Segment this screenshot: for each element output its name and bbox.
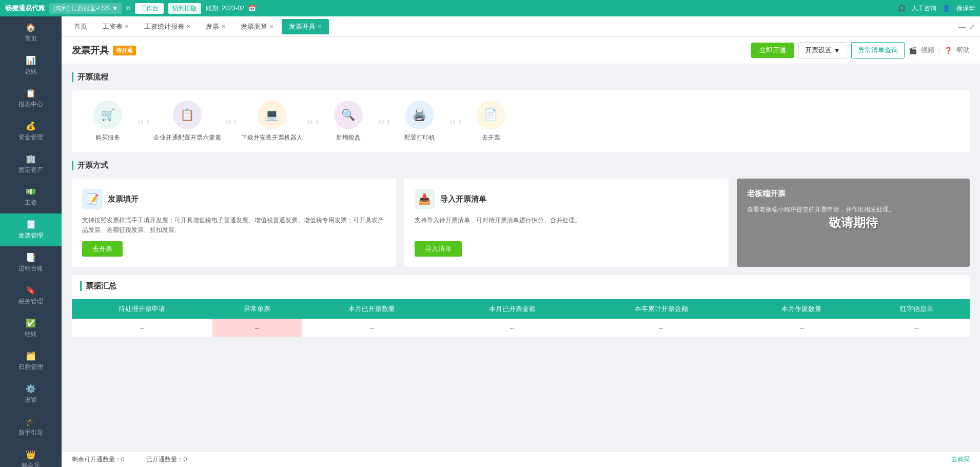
import-invoice-card: 📥 导入开票清单 支持导入待开票清单，可对待开票清单进行拆分、合并处理。 导入清… bbox=[404, 179, 729, 267]
payroll-icon: 💵 bbox=[26, 187, 36, 197]
arrow-icon: ›› › bbox=[449, 116, 461, 127]
top-bar: 畅捷通易代账 (勾到) 江西服宝-LSS ▼ ⧉ 工作台 切到旧版 账期 202… bbox=[0, 0, 980, 16]
sidebar-item-payroll[interactable]: 💵 工资 bbox=[0, 181, 62, 213]
archive-icon: 🗂️ bbox=[26, 351, 36, 361]
reports-icon: 📋 bbox=[26, 88, 36, 98]
checkout-icon: ✅ bbox=[26, 318, 36, 328]
col-header-2: 异常单票 bbox=[212, 299, 302, 319]
tab-label: 发票 bbox=[206, 22, 219, 31]
step-icon-1: 🛒 bbox=[93, 101, 122, 129]
settings-button[interactable]: 开票设置 ▼ bbox=[798, 42, 847, 59]
switch-version-button[interactable]: 切到旧版 bbox=[168, 3, 202, 14]
sidebar-item-purchase-sales[interactable]: 📑 进销台账 bbox=[0, 246, 62, 279]
assets-icon: 🏢 bbox=[26, 154, 36, 164]
manual-invoice-card: 📝 发票填开 支持按照发票样式手工填开发票；可开具增值税电子普通发票、增值税普通… bbox=[72, 179, 396, 267]
summary-title-wrap: 票据汇总 bbox=[72, 275, 970, 291]
user-service-label[interactable]: 人工咨询 bbox=[912, 4, 936, 13]
chevron-down-icon: ▼ bbox=[834, 47, 840, 54]
sidebar-item-label: 发票管理 bbox=[18, 231, 43, 240]
minimize-icon[interactable]: — bbox=[958, 23, 966, 31]
help-label[interactable]: 帮助 bbox=[956, 46, 970, 55]
billing-method-section: 开票方式 📝 发票填开 支持按照发票样式手工填开发票；可开具增值税电子普通发票、… bbox=[72, 161, 970, 267]
sidebar-item-label: 结账 bbox=[25, 330, 37, 339]
sidebar-item-guide[interactable]: 🎓 新手引导 bbox=[0, 411, 62, 443]
sidebar-item-home[interactable]: 🏠 首页 bbox=[0, 16, 62, 49]
summary-cell-2: -- bbox=[212, 319, 302, 337]
tab-invoice-calc[interactable]: 发票测算 ✕ bbox=[233, 19, 281, 34]
ledger-icon: 📊 bbox=[26, 55, 36, 65]
tab-invoice[interactable]: 发票 ✕ bbox=[199, 19, 232, 34]
workspace-button[interactable]: 工作台 bbox=[135, 3, 164, 14]
step-icon-6: 📄 bbox=[477, 101, 505, 129]
activate-button[interactable]: 立即开通 bbox=[751, 43, 794, 58]
sidebar-item-label: 报表中心 bbox=[18, 100, 43, 109]
tab-home[interactable]: 首页 bbox=[67, 19, 94, 34]
summary-cell-5: -- bbox=[582, 319, 740, 337]
tab-close-icon[interactable]: ✕ bbox=[318, 24, 322, 29]
settings-label: 开票设置 bbox=[805, 46, 832, 55]
tab-label: 首页 bbox=[74, 22, 87, 31]
tab-label: 发票开具 bbox=[289, 22, 316, 31]
calendar-icon[interactable]: 📅 bbox=[248, 5, 256, 12]
workflow-step-2: 📋 企业开通配置开票六要素 bbox=[153, 101, 221, 142]
tab-label: 工资统计报表 bbox=[144, 22, 184, 31]
sidebar-item-funds[interactable]: 💰 资金管理 bbox=[0, 115, 62, 148]
page-title: 发票开具 待开通 bbox=[72, 44, 136, 56]
app-logo: 畅捷通易代账 bbox=[5, 4, 45, 13]
page-content: 开票流程 🛒 购买服务 ›› › 📋 企业开通配置开票六要素 ›› › 💻 下载… bbox=[62, 64, 980, 452]
tab-label: 发票测算 bbox=[241, 22, 267, 31]
coming-soon-text: 敬请期待 bbox=[829, 215, 878, 231]
tab-close-icon[interactable]: ✕ bbox=[221, 24, 225, 29]
sidebar-item-tax[interactable]: 🔖 税务管理 bbox=[0, 279, 62, 312]
col-header-1: 待处理开票申请 bbox=[72, 299, 212, 319]
tab-close-icon[interactable]: ✕ bbox=[125, 24, 129, 29]
arrow-icon: ›› › bbox=[138, 116, 149, 127]
sidebar-item-reports[interactable]: 📋 报表中心 bbox=[0, 82, 62, 115]
invoice-icon: 🧾 bbox=[26, 220, 36, 229]
user-avatar: 👤 bbox=[943, 5, 950, 12]
tab-label: 工资表 bbox=[103, 22, 123, 31]
tab-invoice-issue[interactable]: 发票开具 ✕ bbox=[282, 19, 329, 34]
step-icon-3: 💻 bbox=[258, 101, 286, 129]
sidebar-item-archive[interactable]: 🗂️ 归档管理 bbox=[0, 345, 62, 378]
tax-icon: 🔖 bbox=[26, 285, 36, 295]
go-invoice-button[interactable]: 去开票 bbox=[82, 241, 123, 257]
step-label-2: 企业开通配置开票六要素 bbox=[153, 133, 221, 142]
sidebar-item-invoice[interactable]: 🧾 发票管理 bbox=[0, 213, 62, 246]
purchase-link[interactable]: 去购买 bbox=[951, 455, 970, 464]
sidebar-item-label: 进销台账 bbox=[18, 264, 43, 273]
tab-close-icon[interactable]: ✕ bbox=[269, 24, 273, 29]
sidebar-item-settings[interactable]: ⚙️ 设置 bbox=[0, 378, 62, 411]
arrow-icon: ›› › bbox=[225, 116, 237, 127]
remaining-label: 剩余可开通数量：0 bbox=[72, 456, 125, 463]
import-list-button[interactable]: 导入清单 bbox=[415, 241, 462, 257]
tab-payroll-stats[interactable]: 工资统计报表 ✕ bbox=[137, 19, 198, 34]
col-header-3: 本月已开票数量 bbox=[302, 299, 442, 319]
sidebar-item-ledger[interactable]: 📊 总账 bbox=[0, 49, 62, 82]
summary-cell-7: -- bbox=[864, 319, 970, 337]
sidebar-item-member[interactable]: 👑 畅会员 bbox=[0, 443, 62, 467]
manual-card-title: 发票填开 bbox=[108, 194, 139, 204]
guide-icon: 🎓 bbox=[26, 417, 36, 426]
workflow-step-3: 💻 下载并安装开票机器人 bbox=[241, 101, 303, 142]
opened-label: 已开通数量：0 bbox=[146, 456, 187, 463]
import-card-title: 导入开票清单 bbox=[440, 194, 486, 204]
step-icon-2: 📋 bbox=[173, 101, 202, 129]
sidebar-item-assets[interactable]: 🏢 固定资产 bbox=[0, 148, 62, 181]
window-controls[interactable]: — ⤢ bbox=[958, 23, 975, 31]
workflow-title: 开票流程 bbox=[72, 72, 970, 82]
customer-service-icon: 🎧 bbox=[898, 5, 906, 12]
company-selector[interactable]: (勾到) 江西服宝-LSS ▼ bbox=[49, 3, 122, 14]
manual-card-desc: 支持按照发票样式手工填开发票；可开具增值税电子普通发票、增值税普通发票、增值税专… bbox=[82, 216, 386, 235]
company-name: (勾到) 江西服宝-LSS bbox=[53, 4, 110, 13]
summary-table: 待处理开票申请 异常单票 本月已开票数量 本月已开票金额 本年累计开票金额 本月… bbox=[72, 299, 970, 337]
username-label[interactable]: 徐泽华 bbox=[956, 4, 975, 13]
query-button[interactable]: 异常清单查询 bbox=[851, 42, 905, 59]
maximize-icon[interactable]: ⤢ bbox=[969, 23, 975, 31]
tab-payroll[interactable]: 工资表 ✕ bbox=[95, 19, 136, 34]
tab-close-icon[interactable]: ✕ bbox=[186, 24, 190, 29]
table-header-row: 待处理开票申请 异常单票 本月已开票数量 本月已开票金额 本年累计开票金额 本月… bbox=[72, 299, 970, 319]
settings-icon: ⚙️ bbox=[26, 384, 36, 394]
sidebar-item-checkout[interactable]: ✅ 结账 bbox=[0, 312, 62, 345]
video-label[interactable]: 视频 bbox=[921, 46, 934, 55]
